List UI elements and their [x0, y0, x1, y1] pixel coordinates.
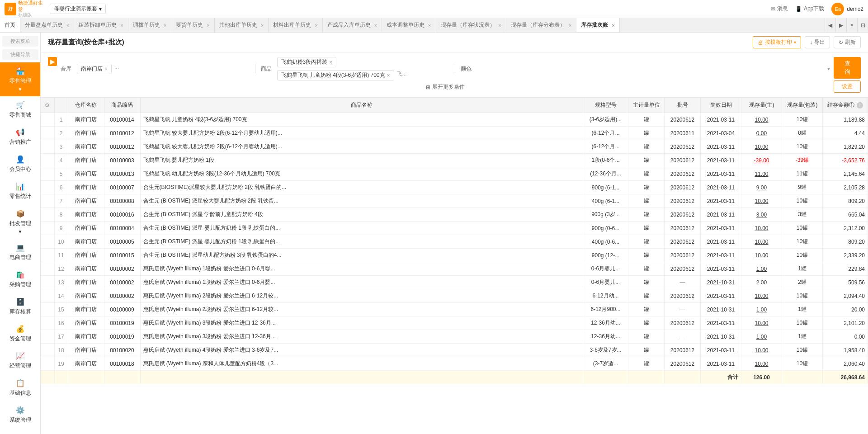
tab-close-6[interactable]: × [315, 23, 317, 28]
print-button[interactable]: 🖨 按模板打印 ▾ [753, 36, 801, 48]
tab-close-9[interactable]: × [499, 23, 501, 28]
row-stock-pack: 10罐 [782, 344, 823, 357]
query-button[interactable]: 查询 [834, 57, 861, 79]
row-stock-main[interactable]: 1.00 [741, 330, 782, 344]
tab-close-7[interactable]: × [374, 23, 377, 28]
warehouse-tag-0[interactable]: 南岸门店 × [77, 64, 112, 74]
row-expiry: 2021-03-11 [701, 194, 741, 208]
row-stock-main[interactable]: 10.00 [741, 235, 782, 249]
sidebar-item-ecommerce[interactable]: 💻 电商管理 [0, 239, 41, 266]
warehouse-more-dots[interactable]: ... [114, 64, 119, 74]
tab-close-4[interactable]: × [207, 23, 209, 28]
sidebar-item-mall[interactable]: 🛒 零售商城 [0, 96, 41, 123]
row-stock-main[interactable]: 11.00 [741, 167, 782, 181]
row-unit: 罐 [628, 113, 665, 127]
row-settings [41, 262, 54, 276]
tab-7[interactable]: 产成品入库单历史 × [323, 18, 382, 33]
breadcrumb-select[interactable]: 母婴行业演示账套 ▾ [50, 4, 106, 14]
row-settings [41, 154, 54, 167]
refresh-button[interactable]: ↻ 刷新 [834, 36, 861, 48]
tab-close-all-button[interactable]: × [846, 18, 857, 33]
messages-button[interactable]: ✉ 消息 [771, 5, 788, 13]
tab-9[interactable]: 现存量（库存状况表） × [436, 18, 506, 33]
remove-warehouse-tag-icon[interactable]: × [104, 66, 108, 72]
row-warehouse: 南岸门店 [68, 181, 104, 194]
tab-close-1[interactable]: × [66, 23, 69, 28]
row-stock-main[interactable]: 1.00 [741, 303, 782, 316]
row-stock-main[interactable]: 10.00 [741, 249, 782, 262]
row-stock-pack: 10罐 [782, 140, 823, 154]
sidebar-item-operations[interactable]: 📈 经营管理 [0, 347, 41, 374]
expand-conditions-button[interactable]: ⊞ 展开更多条件 [426, 83, 465, 91]
tab-home[interactable]: 首页 [0, 18, 20, 33]
row-code: 00100019 [104, 330, 140, 344]
table-row: 8 南岸门店 00100016 合生元 (BIOSTIME) 派星 学龄前儿童配… [41, 208, 868, 222]
row-stock-main[interactable]: 10.00 [741, 289, 782, 303]
balance-info-icon[interactable]: i [857, 102, 863, 108]
table-settings-icon[interactable]: ⚙ [45, 102, 50, 108]
sidebar-item-marketing[interactable]: 📢 营销推广 [0, 123, 41, 151]
row-name: 合生元 (BIOSTIME) 派星幼儿配方奶粉 3段 乳铁蛋白的4... [140, 249, 583, 262]
sidebar-item-inventory[interactable]: 🗄️ 库存核算 [0, 293, 41, 320]
row-stock-main[interactable]: 9.00 [741, 181, 782, 194]
tab-3[interactable]: 调拨单历史 × [128, 18, 171, 33]
sidebar-item-enterprise[interactable]: 🤝 企业协同 [0, 429, 41, 434]
app-download-button[interactable]: 📱 App下载 [795, 5, 824, 13]
tab-next-button[interactable]: ▶ [835, 18, 846, 33]
stats-icon: 📊 [16, 182, 25, 191]
product-more-dots[interactable]: 飞... [397, 70, 407, 80]
tab-6[interactable]: 材料出库单历史 × [269, 18, 322, 33]
sidebar-quick-nav[interactable]: 快捷导航 [2, 49, 38, 60]
row-stock-main[interactable]: 0.00 [741, 127, 782, 140]
row-index: 8 [54, 208, 68, 222]
row-stock-main[interactable]: 2.00 [741, 276, 782, 289]
sidebar-item-system[interactable]: ⚙️ 系统管理 [0, 401, 41, 429]
row-stock-main[interactable]: 10.00 [741, 316, 782, 330]
row-stock-main[interactable]: 10.00 [741, 222, 782, 235]
tab-close-2[interactable]: × [120, 23, 123, 28]
color-dropdown-icon[interactable]: ▾ [827, 66, 830, 72]
row-batch: 20200612 [665, 167, 701, 181]
product-tag-0[interactable]: 飞鹤奶粉3段丙搭装 × [277, 57, 337, 67]
row-stock-main[interactable]: 10.00 [741, 357, 782, 371]
tab-close-10[interactable]: × [569, 23, 571, 28]
tab-close-5[interactable]: × [261, 23, 264, 28]
tab-5[interactable]: 其他出库单历史 × [215, 18, 269, 33]
sidebar-item-retail[interactable]: 🏪 零售管理 ▼ [0, 62, 41, 96]
tab-2[interactable]: 组装拆卸单历史 × [74, 18, 128, 33]
row-stock-main[interactable]: 1.00 [741, 262, 782, 276]
sidebar-item-finance[interactable]: 💰 资金管理 [0, 320, 41, 347]
user-info[interactable]: Ea demo2 [831, 3, 863, 15]
row-unit: 罐 [628, 262, 665, 276]
tab-4[interactable]: 要货单历史 × [171, 18, 214, 33]
product-tag-1[interactable]: 飞鹤星飞帆 儿童奶粉 4段(3-6岁适用) 700克 × [277, 70, 394, 80]
expand-filter-button[interactable]: ▶ [48, 57, 57, 66]
row-stock-main[interactable]: 10.00 [741, 344, 782, 357]
row-stock-main[interactable]: 10.00 [741, 113, 782, 127]
tab-close-11[interactable]: × [612, 23, 614, 28]
tab-bar: 首页 分量盘点单历史 × 组装拆卸单历史 × 调拨单历史 × 要货单历史 × 其… [0, 18, 868, 33]
sidebar-item-member[interactable]: 👤 会员中心 [0, 151, 41, 178]
export-button[interactable]: ↓ 导出 [805, 36, 830, 48]
sidebar-item-basic[interactable]: 📋 基础信息 [0, 374, 41, 401]
row-stock-main[interactable]: 10.00 [741, 140, 782, 154]
tab-menu-button[interactable]: ⊡ [857, 18, 868, 33]
sidebar-item-wholesale[interactable]: 📦 批发管理 ▼ [0, 205, 41, 239]
row-stock-main[interactable]: -39.00 [741, 154, 782, 167]
remove-product-tag-1-icon[interactable]: × [387, 72, 390, 79]
sidebar-item-retail-stats[interactable]: 📊 零售统计 [0, 178, 41, 205]
sidebar-search[interactable]: 搜索菜单 [2, 36, 38, 47]
tab-1[interactable]: 分量盘点单历史 × [20, 18, 74, 33]
tab-close-8[interactable]: × [428, 23, 431, 28]
tab-11[interactable]: 库存批次账 × [576, 18, 619, 33]
remove-product-tag-0-icon[interactable]: × [329, 59, 332, 66]
tab-8[interactable]: 成本调整单历史 × [382, 18, 436, 33]
settings-button[interactable]: 设置 [834, 80, 861, 93]
tab-prev-button[interactable]: ◀ [825, 18, 835, 33]
sidebar-item-purchase[interactable]: 🛍️ 采购管理 [0, 266, 41, 293]
tab-close-3[interactable]: × [164, 23, 166, 28]
row-stock-main[interactable]: 3.00 [741, 208, 782, 222]
row-stock-main[interactable]: 10.00 [741, 194, 782, 208]
tab-10[interactable]: 现存量（库存分布表） × [506, 18, 576, 33]
finance-icon: 💰 [16, 325, 25, 333]
